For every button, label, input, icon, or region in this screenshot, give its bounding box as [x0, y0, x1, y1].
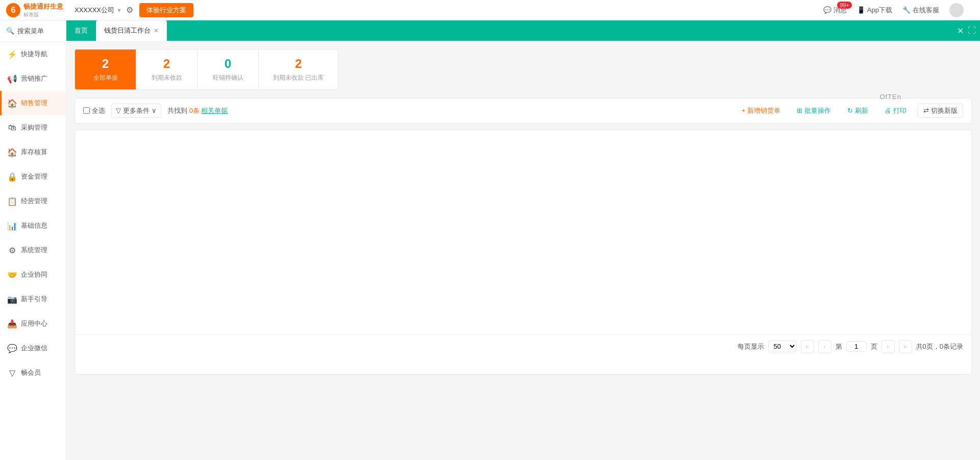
page-label: 第 — [836, 342, 842, 351]
tab-cash-goods-label: 钱货日清工作台 — [104, 26, 151, 35]
company-selector[interactable]: XXXXXX公司 ▼ — [75, 6, 122, 15]
select-all-checkbox[interactable]: 全选 — [83, 106, 105, 115]
sidebar-item-finance[interactable]: 🔒 资金管理 — [0, 164, 66, 189]
stat-number-all: 2 — [89, 57, 121, 71]
often-text: OfTEn — [879, 93, 901, 101]
sidebar-label-business: 经营管理 — [21, 197, 47, 206]
switch-icon: ⇄ — [923, 107, 929, 114]
stat-card-pending-confirm[interactable]: 0 旺铺待确认 — [198, 50, 259, 89]
purchase-icon: 🛍 — [8, 123, 17, 132]
service-icon: 🔧 — [902, 6, 911, 14]
wechat-icon: 💬 — [8, 344, 17, 353]
found-text: 共找到 0条 相关单据 — [167, 106, 228, 115]
sidebar-item-purchase[interactable]: 🛍 采购管理 — [0, 115, 66, 140]
sidebar-item-basic-info[interactable]: 📊 基础信息 — [0, 213, 66, 238]
quick-nav-icon: ⚡ — [8, 50, 17, 59]
stat-card-overdue-unpaid[interactable]: 2 到期未收款 — [136, 50, 198, 89]
close-icon[interactable]: ✕ — [154, 27, 159, 34]
sidebar-label-guide: 新手引导 — [21, 295, 47, 304]
app-download-label: App下载 — [867, 6, 892, 15]
tab-home[interactable]: 首页 — [66, 20, 96, 41]
sidebar-item-system[interactable]: ⚙ 系统管理 — [0, 238, 66, 262]
prev-page-button[interactable]: ‹ — [818, 340, 831, 353]
batch-label: 批量操作 — [804, 106, 831, 115]
search-menu[interactable]: 🔍 搜索菜单 — [0, 20, 66, 42]
refresh-icon: ↻ — [847, 107, 853, 114]
tab-home-label: 首页 — [75, 26, 88, 35]
sidebar-item-member[interactable]: ▽ 畅会员 — [0, 360, 66, 385]
settings-icon[interactable]: ⚙ — [126, 5, 133, 15]
search-icon: 🔍 — [6, 27, 14, 35]
basic-info-icon: 📊 — [8, 221, 17, 230]
header: 6 畅捷通好生意 标准版 XXXXXX公司 ▼ ⚙ 体验行业方案 💬 消息 99… — [0, 0, 980, 20]
inventory-icon: 🏠 — [8, 148, 17, 157]
app-center-icon: 📥 — [8, 319, 17, 328]
stat-number-overdue: 2 — [151, 57, 183, 71]
sidebar-label-purchase: 采购管理 — [21, 123, 47, 132]
sidebar-item-marketing[interactable]: 📢 营销推广 — [0, 66, 66, 91]
app-download-button[interactable]: 📱 App下载 — [857, 6, 892, 15]
total-label: 共0页，0条记录 — [916, 342, 963, 351]
print-label: 打印 — [893, 106, 906, 115]
sidebar-label-sales: 销售管理 — [21, 99, 47, 108]
toolbar-left: 全选 ▽ 更多条件 ∨ 共找到 0条 相关单据 — [83, 104, 730, 118]
maximize-icon[interactable]: ⛶ — [968, 26, 976, 35]
print-button[interactable]: 🖨 打印 — [879, 104, 912, 117]
finance-icon: 🔒 — [8, 172, 17, 181]
sidebar-item-inventory[interactable]: 🏠 库存核算 — [0, 140, 66, 164]
switch-version-button[interactable]: ⇄ 切换新版 — [918, 104, 963, 118]
next-page-button[interactable]: › — [881, 340, 895, 353]
tab-cash-goods[interactable]: 钱货日清工作台 ✕ — [96, 20, 167, 41]
guide-icon: 📷 — [8, 295, 17, 304]
main-content: 2 全部单据 2 到期未收款 0 旺铺待确认 2 到期未收款 已出库 全选 ▽ … — [66, 41, 980, 460]
filter-button[interactable]: ▽ 更多条件 ∨ — [111, 104, 161, 118]
stat-label-pending: 旺铺待确认 — [212, 74, 244, 82]
member-icon: ▽ — [8, 368, 17, 377]
stat-number-unship: 2 — [273, 57, 324, 71]
sidebar-item-business[interactable]: 📋 经营管理 — [0, 189, 66, 213]
stat-label-all: 全部单据 — [89, 74, 121, 82]
batch-icon: ⊞ — [797, 107, 802, 114]
sidebar-item-sales[interactable]: 🏠 销售管理 — [0, 91, 66, 115]
refresh-label: 刷新 — [855, 106, 868, 115]
per-page-select[interactable]: 50 10 20 100 — [768, 341, 797, 352]
sidebar-label-marketing: 营销推广 — [21, 74, 47, 83]
online-service-button[interactable]: 🔧 在线客服 — [902, 6, 939, 15]
trial-button[interactable]: 体验行业方案 — [139, 3, 193, 17]
avatar[interactable] — [949, 3, 964, 17]
header-right: 💬 消息 99+ 📱 App下载 🔧 在线客服 — [823, 3, 974, 17]
message-button[interactable]: 💬 消息 99+ — [823, 6, 847, 15]
per-page-label: 每页显示 — [738, 342, 764, 351]
logo-title: 畅捷通好生意 — [23, 2, 63, 11]
sidebar-item-app-center[interactable]: 📥 应用中心 — [0, 311, 66, 336]
sidebar-label-system: 系统管理 — [21, 246, 47, 255]
filter-label: 更多条件 — [123, 106, 150, 115]
table-empty — [75, 130, 971, 334]
minimize-icon[interactable]: ✕ — [957, 26, 964, 36]
stat-card-overdue-unship[interactable]: 2 到期未收款 已出库 — [259, 50, 338, 89]
sidebar-item-cooperation[interactable]: 🤝 企业协同 — [0, 262, 66, 287]
select-all-input[interactable] — [83, 107, 90, 114]
last-page-button[interactable]: » — [899, 340, 912, 353]
sidebar-label-member: 畅会员 — [21, 368, 41, 377]
sidebar-item-guide[interactable]: 📷 新手引导 — [0, 287, 66, 311]
page-input[interactable] — [846, 341, 867, 352]
first-page-button[interactable]: « — [801, 340, 814, 353]
sidebar-item-wechat[interactable]: 💬 企业微信 — [0, 336, 66, 360]
logo-sub: 标准版 — [23, 11, 63, 18]
stat-cards: 2 全部单据 2 到期未收款 0 旺铺待确认 2 到期未收款 已出库 — [75, 49, 338, 90]
sidebar-label-wechat: 企业微信 — [21, 344, 47, 353]
sidebar-item-quick-nav[interactable]: ⚡ 快捷导航 — [0, 42, 66, 66]
sidebar-label-cooperation: 企业协同 — [21, 270, 47, 279]
sidebar-label-quick-nav: 快捷导航 — [21, 50, 47, 59]
batch-button[interactable]: ⊞ 批量操作 — [792, 104, 836, 117]
found-count: 0条 — [189, 107, 200, 114]
select-all-label: 全选 — [92, 106, 105, 115]
refresh-button[interactable]: ↻ 刷新 — [842, 104, 873, 117]
sidebar-label-inventory: 库存核算 — [21, 148, 47, 157]
stat-card-all[interactable]: 2 全部单据 — [75, 50, 136, 89]
sidebar-label-finance: 资金管理 — [21, 172, 47, 181]
found-link[interactable]: 相关单据 — [201, 107, 228, 114]
pagination: 每页显示 50 10 20 100 « ‹ 第 页 › » 共0页，0条记录 — [75, 334, 971, 358]
add-sales-button[interactable]: + 新增销货单 — [737, 104, 786, 117]
